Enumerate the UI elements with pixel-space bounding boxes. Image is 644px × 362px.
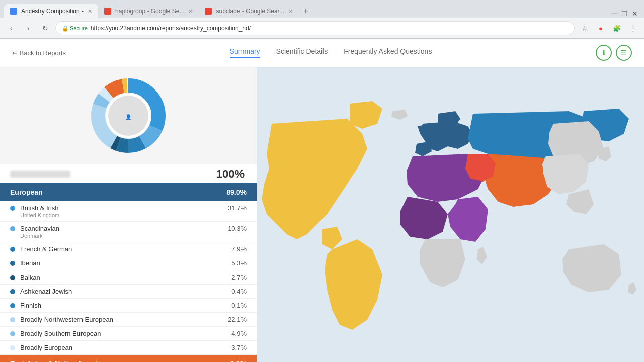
- list-item-scandinavian[interactable]: Scandinavian Denmark 10.3%: [0, 222, 257, 242]
- item-pct-scandinavian: 10.3%: [228, 225, 247, 232]
- iceland: [391, 110, 408, 120]
- tab-label-1: Ancestry Composition -: [21, 8, 84, 15]
- tab-favicon-1: [10, 8, 17, 15]
- greenland: [350, 101, 382, 129]
- ancestry-pie-chart: 👤: [88, 75, 169, 156]
- tab-label-2: haplogroup - Google Se...: [115, 8, 184, 15]
- item-name-french-german: French & German: [20, 245, 231, 253]
- browser-chrome: Ancestry Composition - ✕ haplogroup - Go…: [0, 0, 644, 39]
- item-pct-ashkenazi: 0.4%: [231, 288, 247, 295]
- profile-area: 100%: [0, 164, 257, 183]
- list-item-broadly-nw[interactable]: Broadly Northwestern European 22.1%: [0, 313, 257, 327]
- list-item-broadly-s[interactable]: Broadly Southern European 4.9%: [0, 327, 257, 341]
- item-pct-french-german: 7.9%: [231, 245, 247, 253]
- tab-close-1[interactable]: ✕: [88, 8, 92, 15]
- item-pct-broadly-eu: 3.7%: [231, 344, 247, 351]
- dot-broadly-s: [10, 331, 15, 336]
- tab-faq[interactable]: Frequently Asked Questions: [344, 47, 432, 58]
- list-item-french-german[interactable]: French & German 7.9%: [0, 242, 257, 256]
- back-to-reports-link[interactable]: ↩ Back to Reports: [12, 49, 66, 57]
- item-name-ashkenazi: Ashkenazi Jewish: [20, 288, 231, 295]
- dot-finnish: [10, 303, 15, 308]
- close-window-button[interactable]: ✕: [632, 10, 638, 18]
- total-percentage: 100%: [216, 168, 247, 181]
- list-item-ashkenazi[interactable]: Ashkenazi Jewish 0.4%: [0, 285, 257, 299]
- app-header: ↩ Back to Reports Summary Scientific Det…: [0, 39, 644, 67]
- tab-scientific[interactable]: Scientific Details: [276, 47, 328, 58]
- nav-tabs: Summary Scientific Details Frequently As…: [230, 47, 432, 58]
- dot-ashkenazi: [10, 289, 15, 294]
- dot-iberian: [10, 261, 15, 266]
- svg-text:👤: 👤: [125, 114, 132, 120]
- new-tab-button[interactable]: +: [299, 4, 313, 18]
- right-panel: [257, 67, 644, 362]
- list-item-broadly-eu[interactable]: Broadly European 3.7%: [0, 341, 257, 355]
- back-button[interactable]: ‹: [4, 21, 18, 35]
- tab-label-3: subclade - Google Sear...: [216, 8, 284, 15]
- ancestry-list: European 89.0% British & Irish United Ki…: [0, 183, 257, 362]
- list-item-balkan[interactable]: Balkan 2.7%: [0, 270, 257, 285]
- item-name-broadly-eu: Broadly European: [20, 344, 231, 351]
- tab-favicon-3: [205, 8, 212, 15]
- tab-1[interactable]: Ancestry Composition - ✕: [4, 4, 98, 18]
- item-pct-british-irish: 31.7%: [228, 204, 247, 212]
- item-content-british-irish: British & Irish United Kingdom: [20, 204, 228, 218]
- item-pct-broadly-s: 4.9%: [231, 330, 247, 337]
- tab-2[interactable]: haplogroup - Google Se... ✕: [98, 4, 199, 18]
- iberia: [415, 141, 432, 156]
- item-content-iberian: Iberian: [20, 259, 231, 267]
- tab-3[interactable]: subclade - Google Sear... ✕: [199, 4, 298, 18]
- dot-british-irish: [10, 206, 15, 211]
- tab-favicon-2: [104, 8, 111, 15]
- category-east-asian[interactable]: East Asian & Native American 8.3%: [0, 355, 257, 362]
- item-sub-british-irish: United Kingdom: [20, 212, 228, 218]
- profile-name-blurred: [10, 171, 70, 178]
- tab-bar: Ancestry Composition - ✕ haplogroup - Go…: [0, 0, 644, 18]
- item-name-british-irish: British & Irish: [20, 204, 228, 212]
- southern-africa: [420, 239, 465, 287]
- madagascar: [477, 247, 487, 264]
- category-european-label: European: [10, 188, 43, 196]
- dot-scandinavian: [10, 226, 15, 231]
- item-name-broadly-s: Broadly Southern European: [20, 330, 231, 337]
- chart-area: 👤: [0, 67, 257, 164]
- download-button[interactable]: ⬇: [596, 45, 612, 61]
- category-east-asian-pct: 8.3%: [230, 360, 247, 362]
- tab-close-3[interactable]: ✕: [288, 8, 293, 15]
- category-european[interactable]: European 89.0%: [0, 183, 257, 201]
- item-pct-balkan: 2.7%: [231, 274, 247, 281]
- list-item-finnish[interactable]: Finnish 0.1%: [0, 299, 257, 313]
- dot-balkan: [10, 275, 15, 280]
- header-actions: ⬇ ☰: [596, 45, 632, 61]
- item-name-balkan: Balkan: [20, 274, 231, 281]
- middle-east: [465, 154, 496, 182]
- list-item-british-irish[interactable]: British & Irish United Kingdom 31.7%: [0, 201, 257, 222]
- maximize-button[interactable]: ☐: [621, 10, 628, 18]
- item-content-french-german: French & German: [20, 245, 231, 253]
- tab-summary[interactable]: Summary: [230, 47, 260, 58]
- left-panel: 👤 100% European 89.0% British & Irish Un…: [0, 67, 257, 362]
- item-sub-scandinavian: Denmark: [20, 233, 228, 239]
- east-africa: [448, 197, 488, 242]
- share-button[interactable]: ☰: [616, 45, 632, 61]
- item-pct-broadly-nw: 22.1%: [228, 316, 247, 323]
- menu-button[interactable]: ⋮: [626, 21, 640, 35]
- refresh-button[interactable]: ↻: [38, 21, 52, 35]
- forward-button[interactable]: ›: [21, 21, 35, 35]
- list-item-iberian[interactable]: Iberian 5.3%: [0, 256, 257, 270]
- new-zealand: [628, 282, 636, 295]
- minimize-button[interactable]: ─: [612, 9, 617, 18]
- category-european-pct: 89.0%: [226, 188, 247, 196]
- main-content: 👤 100% European 89.0% British & Irish Un…: [0, 67, 644, 362]
- tab-close-2[interactable]: ✕: [188, 8, 193, 15]
- item-content-broadly-eu: Broadly European: [20, 344, 231, 351]
- extensions-button[interactable]: 🧩: [610, 21, 624, 35]
- item-name-finnish: Finnish: [20, 302, 231, 309]
- item-name-broadly-nw: Broadly Northwestern European: [20, 316, 228, 323]
- item-content-broadly-nw: Broadly Northwestern European: [20, 316, 228, 323]
- profile-button[interactable]: ●: [594, 21, 608, 35]
- address-bar[interactable]: 🔒 Secure https://you.23andme.com/reports…: [55, 21, 575, 35]
- world-map: [257, 67, 644, 362]
- dot-broadly-nw: [10, 317, 15, 322]
- bookmark-button[interactable]: ☆: [578, 21, 592, 35]
